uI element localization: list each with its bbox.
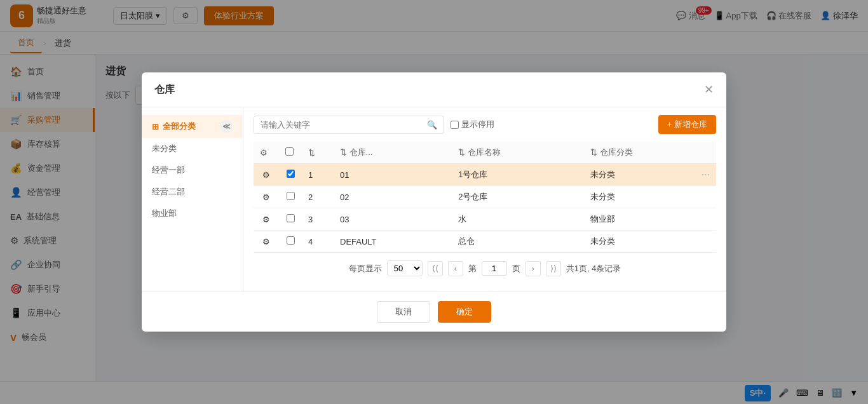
sort-icon-code: ⇅	[340, 147, 347, 157]
warehouse-modal: 仓库 ✕ ⊞ 全部分类 ≪ 未分类 经营一部 经营二部	[142, 72, 726, 332]
search-box: 🔍	[254, 116, 444, 134]
row-checkbox[interactable]	[287, 236, 295, 245]
row-check-cell	[279, 164, 302, 186]
modal-category-sidebar: ⊞ 全部分类 ≪ 未分类 经营一部 经营二部 物业部	[142, 107, 243, 292]
table-row[interactable]: ⚙ 2 02 2号仓库 未分类	[254, 186, 716, 208]
new-warehouse-btn[interactable]: + 新增仓库	[658, 115, 716, 134]
row-gear-icon: ⚙	[262, 192, 270, 202]
sort-icon-num: ⇅	[308, 148, 315, 158]
col-header-code: ⇅ 仓库...	[334, 142, 452, 164]
table-row[interactable]: ⚙ 3 03 水 物业部	[254, 208, 716, 231]
row-check-cell	[279, 208, 302, 231]
table-row[interactable]: ⚙ 4 DEFAULT 总仓 未分类	[254, 231, 716, 253]
show-disabled-label: 显示停用	[451, 119, 494, 130]
row-check-cell	[279, 186, 302, 208]
row-checkbox[interactable]	[287, 170, 295, 178]
modal-pagination: 每页显示 50 10 20 100 ⟨⟨ ‹ 第 页 › ⟩⟩ 共1页, 4条记…	[254, 253, 716, 284]
cancel-button[interactable]: 取消	[377, 301, 430, 323]
col-header-num: ⇅	[302, 142, 334, 164]
grid-icon: ⊞	[152, 122, 159, 131]
row-gear-cell: ⚙	[254, 186, 279, 208]
modal-toolbar: 🔍 显示停用 + 新增仓库	[254, 115, 716, 134]
row-name: 水	[452, 208, 584, 231]
per-page-select[interactable]: 50 10 20 100	[387, 260, 423, 276]
search-input[interactable]	[254, 117, 421, 133]
modal-sidebar-all[interactable]: ⊞ 全部分类 ≪	[142, 115, 243, 138]
row-category: 未分类	[584, 231, 716, 253]
modal-main-content: 🔍 显示停用 + 新增仓库	[243, 107, 726, 292]
page-label: 第	[468, 263, 477, 274]
row-gear-cell: ⚙	[254, 231, 279, 253]
modal-overlay: 仓库 ✕ ⊞ 全部分类 ≪ 未分类 经营一部 经营二部	[0, 0, 868, 404]
gear-col-icon	[260, 148, 268, 158]
row-code: 03	[334, 208, 452, 231]
modal-title: 仓库	[154, 83, 175, 97]
warehouse-table: ⇅ ⇅ 仓库... ⇅ 仓库名称 ⇅ 仓库分类	[254, 142, 716, 253]
select-all-checkbox[interactable]	[285, 147, 294, 156]
row-num: 3	[302, 208, 334, 231]
modal-sidebar-dept2[interactable]: 经营二部	[142, 181, 243, 203]
modal-header: 仓库 ✕	[142, 72, 726, 107]
row-code: 02	[334, 186, 452, 208]
row-gear-icon: ⚙	[262, 170, 270, 180]
total-label: 共1页, 4条记录	[566, 263, 621, 274]
last-page-btn[interactable]: ⟩⟩	[546, 261, 561, 276]
table-row[interactable]: ⚙ 1 01 1号仓库 未分类···	[254, 164, 716, 186]
page-number-input[interactable]	[482, 261, 507, 276]
collapse-btn[interactable]: ≪	[220, 120, 233, 133]
row-gear-cell: ⚙	[254, 164, 279, 186]
row-gear-icon: ⚙	[262, 237, 270, 246]
row-name: 2号仓库	[452, 186, 584, 208]
modal-footer: 取消 确定	[142, 292, 726, 332]
col-header-name: ⇅ 仓库名称	[452, 142, 584, 164]
confirm-button[interactable]: 确定	[438, 301, 491, 323]
modal-sidebar-property[interactable]: 物业部	[142, 203, 243, 224]
sort-icon-category: ⇅	[590, 147, 597, 157]
row-checkbox[interactable]	[287, 214, 295, 222]
row-name: 总仓	[452, 231, 584, 253]
per-page-label: 每页显示	[349, 263, 382, 274]
modal-sidebar-dept1[interactable]: 经营一部	[142, 159, 243, 181]
row-gear-icon: ⚙	[262, 215, 270, 224]
search-icon[interactable]: 🔍	[421, 116, 444, 133]
row-name: 1号仓库	[452, 164, 584, 186]
modal-sidebar-uncategorized[interactable]: 未分类	[142, 138, 243, 159]
row-num: 4	[302, 231, 334, 253]
col-header-gear	[254, 142, 279, 164]
col-header-check	[279, 142, 302, 164]
row-gear-cell: ⚙	[254, 208, 279, 231]
row-num: 1	[302, 164, 334, 186]
modal-close-btn[interactable]: ✕	[704, 83, 714, 97]
next-page-btn[interactable]: ›	[526, 261, 541, 276]
row-check-cell	[279, 231, 302, 253]
row-num: 2	[302, 186, 334, 208]
row-category: 未分类···	[584, 164, 716, 186]
prev-page-btn[interactable]: ‹	[448, 261, 463, 276]
first-page-btn[interactable]: ⟨⟨	[428, 261, 443, 276]
page-suffix: 页	[512, 263, 520, 274]
show-disabled-checkbox[interactable]	[451, 121, 459, 129]
sort-icon-name: ⇅	[458, 147, 465, 157]
warehouse-table-container: ⇅ ⇅ 仓库... ⇅ 仓库名称 ⇅ 仓库分类	[254, 142, 716, 253]
row-category: 物业部	[584, 208, 716, 231]
row-checkbox[interactable]	[287, 192, 295, 200]
col-header-category: ⇅ 仓库分类	[584, 142, 716, 164]
row-category: 未分类	[584, 186, 716, 208]
row-code: 01	[334, 164, 452, 186]
row-code: DEFAULT	[334, 231, 452, 253]
modal-body: ⊞ 全部分类 ≪ 未分类 经营一部 经营二部 物业部	[142, 107, 726, 292]
